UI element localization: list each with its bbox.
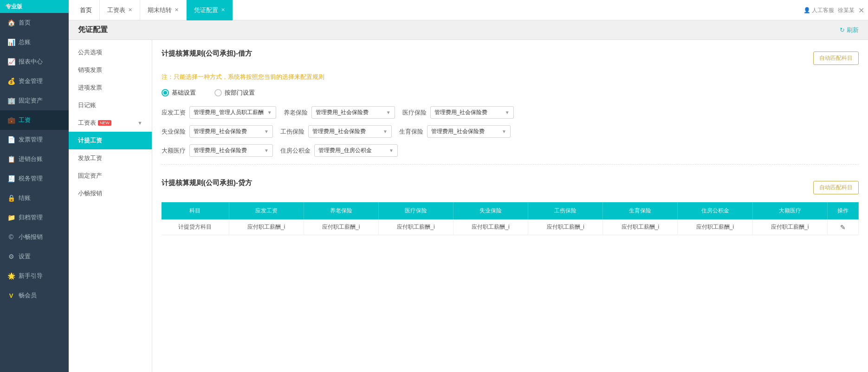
select-housing-fund[interactable]: 管理费用_住房公积金 ▼	[314, 144, 398, 157]
sidebar-label-fixed-assets: 固定资产	[19, 96, 43, 105]
sidebar-item-archive[interactable]: 📁 归档管理	[0, 208, 69, 227]
cell-pension: 应付职工薪酬_i	[304, 219, 378, 235]
purchase-sales-icon: 📋	[7, 155, 15, 163]
sidebar-item-guide[interactable]: 🌟 新手引导	[0, 266, 69, 286]
debit-section-header: 计提核算规则(公司承担)-借方 自动匹配科目	[162, 49, 859, 67]
sidebar-label-close: 结账	[19, 194, 31, 202]
sidebar-item-member[interactable]: V 畅会员	[0, 286, 69, 305]
field-major-medical: 大额医疗 管理费用_社会保险费 ▼	[162, 144, 273, 157]
sidebar-item-general-ledger[interactable]: 📊 总账	[0, 32, 69, 52]
select-pension[interactable]: 管理费用_社会保险费 ▼	[311, 106, 395, 119]
refresh-button[interactable]: ↻ 刷新	[840, 26, 859, 34]
xiaochang-icon: ©	[7, 233, 15, 241]
tab-home[interactable]: 首页	[72, 0, 100, 20]
debit-auto-match-button[interactable]: 自动匹配科目	[813, 51, 859, 65]
left-menu-public[interactable]: 公共选项	[69, 44, 152, 61]
sidebar-label-archive: 归档管理	[19, 213, 43, 222]
sidebar-label-settings: 设置	[19, 252, 31, 261]
left-menu-purchase-invoice[interactable]: 进项发票	[69, 79, 152, 96]
sidebar-label-xiaochang: 小畅报销	[19, 233, 43, 241]
edit-icon[interactable]: ✎	[840, 224, 846, 231]
sidebar-item-salary[interactable]: 💼 工资	[0, 110, 69, 130]
field-medical: 医疗保险 管理费用_社会保险费 ▼	[402, 106, 514, 119]
select-maternity-value: 管理费用_社会保险费	[431, 128, 485, 135]
left-menu-journal[interactable]: 日记账	[69, 96, 152, 114]
sidebar-item-fund-management[interactable]: 💰 资金管理	[0, 71, 69, 91]
cell-salary: 应付职工薪酬_i	[229, 219, 304, 235]
tab-payroll-label: 工资表	[107, 6, 125, 14]
radio-basic-setting[interactable]: 基础设置	[162, 89, 196, 97]
tab-voucher-config-close[interactable]: ✕	[221, 7, 225, 13]
sidebar-item-report-center[interactable]: 📈 报表中心	[0, 52, 69, 71]
cell-maternity: 应付职工薪酬_i	[603, 219, 678, 235]
sidebar-item-xiaochang[interactable]: © 小畅报销	[0, 227, 69, 247]
credit-section-title: 计提核算规则(公司承担)-贷方	[162, 179, 252, 191]
sidebar: 专业版 🏠 首页 📊 总账 📈 报表中心 💰 资金管理 🏢 固定资产 💼 工资 …	[0, 0, 69, 372]
sidebar-item-purchase-sales[interactable]: 📋 进销台账	[0, 149, 69, 169]
chevron-down-icon-7: ▼	[264, 148, 269, 153]
refresh-label: 刷新	[847, 26, 859, 34]
select-salary[interactable]: 管理费用_管理人员职工薪酬 ▼	[189, 106, 276, 119]
select-medical[interactable]: 管理费用_社会保险费 ▼	[430, 106, 514, 119]
tab-voucher-config[interactable]: 凭证配置 ✕	[187, 0, 233, 20]
credit-section-header: 计提核算规则(公司承担)-贷方 自动匹配科目	[162, 179, 859, 197]
label-unemployment: 失业保险	[162, 128, 186, 136]
left-menu-payroll-table[interactable]: 工资表 NEW ▼	[69, 114, 152, 132]
left-menu-fixed-assets[interactable]: 固定资产	[69, 167, 152, 185]
sidebar-item-invoice[interactable]: 📄 发票管理	[0, 130, 69, 149]
select-work-injury-value: 管理费用_社会保险费	[312, 128, 366, 135]
tab-payroll-close[interactable]: ✕	[128, 7, 132, 13]
left-menu-sales-invoice[interactable]: 销项发票	[69, 61, 152, 79]
tab-payroll[interactable]: 工资表 ✕	[100, 0, 140, 20]
sidebar-label-fund: 资金管理	[19, 77, 43, 85]
table-row: 计提贷方科目 应付职工薪酬_i 应付职工薪酬_i 应付职工薪酬_i 应付职工薪酬…	[162, 219, 859, 235]
chevron-down-icon-6: ▼	[502, 129, 506, 134]
sidebar-label-member: 畅会员	[19, 291, 37, 300]
select-maternity[interactable]: 管理费用_社会保险费 ▼	[427, 125, 511, 138]
sidebar-label-home: 首页	[19, 19, 31, 27]
select-pension-value: 管理费用_社会保险费	[316, 109, 369, 116]
topbar-right: 👤 人工客服 徐某某 ✕	[803, 0, 864, 20]
sidebar-item-home[interactable]: 🏠 首页	[0, 13, 69, 32]
th-major-medical: 大额医疗	[752, 202, 827, 219]
credit-table-head: 科目 应发工资 养老保险 医疗保险 失业保险 工伤保险 生育保险 住房公积金 大…	[162, 202, 859, 219]
invoice-icon: 📄	[7, 136, 15, 143]
tab-period-close-close[interactable]: ✕	[175, 7, 179, 13]
th-work-injury: 工伤保险	[528, 202, 603, 219]
debit-form-row-1: 应发工资 管理费用_管理人员职工薪酬 ▼ 养老保险 管理费用_社会保险费 ▼	[162, 106, 859, 119]
label-salary: 应发工资	[162, 109, 186, 117]
radio-department-setting[interactable]: 按部门设置	[214, 89, 255, 97]
select-major-medical[interactable]: 管理费用_社会保险费 ▼	[189, 144, 273, 157]
left-menu-pay-salary[interactable]: 发放工资	[69, 149, 152, 167]
tax-icon: 🧾	[7, 175, 15, 182]
credit-table: 科目 应发工资 养老保险 医疗保险 失业保险 工伤保险 生育保险 住房公积金 大…	[162, 202, 859, 235]
expand-arrow: ▼	[137, 120, 143, 126]
close-account-icon: 🔒	[7, 194, 15, 202]
window-close[interactable]: ✕	[858, 6, 864, 15]
sidebar-item-settings[interactable]: ⚙ 设置	[0, 247, 69, 266]
cell-major-medical: 应付职工薪酬_i	[752, 219, 827, 235]
left-menu-xiaochang-expense[interactable]: 小畅报销	[69, 185, 152, 202]
field-maternity: 生育保险 管理费用_社会保险费 ▼	[399, 125, 511, 138]
sidebar-item-close[interactable]: 🔒 结账	[0, 188, 69, 208]
left-menu-accrual-salary[interactable]: 计提工资	[69, 132, 152, 149]
select-unemployment[interactable]: 管理费用_社会保险费 ▼	[189, 125, 273, 138]
radio-dept-label: 按部门设置	[225, 89, 255, 97]
label-medical: 医疗保险	[402, 109, 427, 117]
ledger-icon: 📊	[7, 38, 15, 46]
select-work-injury[interactable]: 管理费用_社会保险费 ▼	[308, 125, 392, 138]
field-pension: 养老保险 管理费用_社会保险费 ▼	[284, 106, 395, 119]
archive-icon: 📁	[7, 214, 15, 221]
cell-action[interactable]: ✎	[827, 219, 858, 235]
sidebar-label-report-center: 报表中心	[19, 58, 43, 66]
tab-period-close[interactable]: 期末结转 ✕	[140, 0, 187, 20]
page-header: 凭证配置 ↻ 刷新	[69, 20, 868, 40]
credit-auto-match-button[interactable]: 自动匹配科目	[813, 181, 859, 194]
sidebar-item-fixed-assets[interactable]: 🏢 固定资产	[0, 91, 69, 110]
select-unemployment-value: 管理费用_社会保险费	[194, 128, 247, 135]
debit-form-row-3: 大额医疗 管理费用_社会保险费 ▼ 住房公积金 管理费用_住房公积金 ▼	[162, 144, 859, 157]
label-work-injury: 工伤保险	[280, 128, 304, 136]
sidebar-item-tax[interactable]: 🧾 税务管理	[0, 169, 69, 188]
th-action: 操作	[827, 202, 858, 219]
label-pension: 养老保险	[284, 109, 308, 117]
